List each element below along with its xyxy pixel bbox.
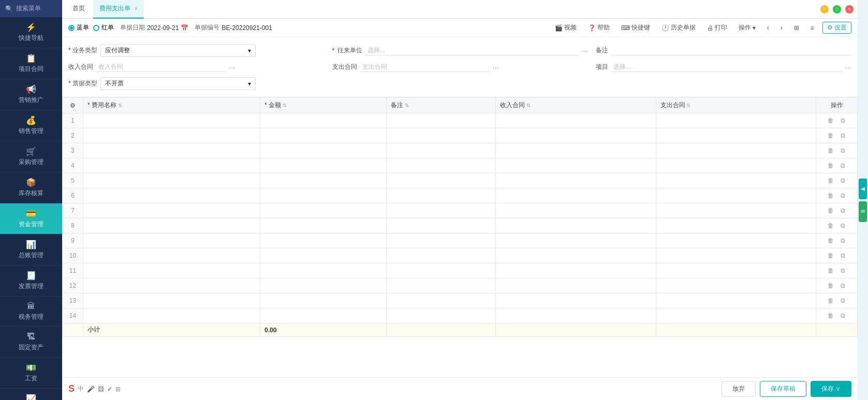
row-copy-btn[interactable]: ⧉: [838, 160, 848, 171]
grid-view-btn[interactable]: ⊞: [791, 23, 802, 33]
row-copy-btn[interactable]: ⧉: [838, 145, 848, 156]
cell-income-contract[interactable]: [496, 263, 656, 278]
remark-input[interactable]: [611, 46, 851, 55]
row-delete-btn[interactable]: 🗑: [826, 145, 836, 156]
sidebar-item-fixed-assets[interactable]: 🏗固定资产: [0, 327, 62, 358]
row-copy-btn[interactable]: ⧉: [838, 295, 848, 306]
cell-expense-contract[interactable]: [656, 158, 816, 173]
cell-amount[interactable]: [260, 188, 387, 203]
cell-expense-contract[interactable]: [656, 188, 816, 203]
cell-expense-name[interactable]: [83, 128, 260, 143]
cell-remark[interactable]: [387, 173, 496, 188]
row-delete-btn[interactable]: 🗑: [826, 130, 836, 141]
save-button[interactable]: 保存 ∨: [811, 381, 851, 397]
print-btn[interactable]: 🖨 打印: [704, 22, 730, 33]
cell-amount[interactable]: [260, 203, 387, 218]
cell-income-contract[interactable]: [496, 233, 656, 248]
income-contract-input[interactable]: [96, 62, 226, 72]
window-maximize-btn[interactable]: □: [833, 5, 841, 13]
cell-remark[interactable]: [387, 248, 496, 263]
biz-type-select[interactable]: 应付调整 ▾: [100, 44, 256, 57]
counterpart-input[interactable]: [365, 46, 578, 55]
sidebar-item-capital-mgmt[interactable]: 💳资金管理: [0, 203, 62, 234]
cell-remark[interactable]: [387, 218, 496, 233]
row-delete-btn[interactable]: 🗑: [826, 295, 836, 306]
cell-expense-name[interactable]: [83, 293, 260, 308]
cell-amount[interactable]: [260, 308, 387, 323]
sidebar-search[interactable]: 🔍 搜索菜单: [0, 0, 62, 17]
sidebar-item-project-contract[interactable]: 📋项目合同: [0, 48, 62, 79]
cell-income-contract[interactable]: [496, 203, 656, 218]
sidebar-item-sales-mgmt[interactable]: 💰销售管理: [0, 110, 62, 141]
cell-income-contract[interactable]: [496, 188, 656, 203]
cell-amount[interactable]: [260, 248, 387, 263]
history-btn[interactable]: 🕐 历史单据: [658, 22, 699, 33]
sidebar-item-business-mgmt[interactable]: 📈经营管理: [0, 389, 62, 400]
row-delete-btn[interactable]: 🗑: [826, 205, 836, 216]
cell-expense-contract[interactable]: [656, 263, 816, 278]
cell-expense-contract[interactable]: [656, 143, 816, 158]
cell-expense-name[interactable]: [83, 278, 260, 293]
cell-income-contract[interactable]: [496, 248, 656, 263]
col-gear[interactable]: ⚙: [63, 98, 83, 113]
cell-remark[interactable]: [387, 143, 496, 158]
cell-expense-name[interactable]: [83, 188, 260, 203]
row-copy-btn[interactable]: ⧉: [838, 190, 848, 201]
cell-income-contract[interactable]: [496, 173, 656, 188]
help-btn[interactable]: ❓ 帮助: [585, 22, 613, 33]
sidebar-item-marketing[interactable]: 📢营销推广: [0, 79, 62, 110]
cell-income-contract[interactable]: [496, 113, 656, 128]
cell-expense-contract[interactable]: [656, 248, 816, 263]
window-close-btn[interactable]: ×: [845, 5, 854, 13]
cell-income-contract[interactable]: [496, 128, 656, 143]
cell-expense-contract[interactable]: [656, 203, 816, 218]
cell-amount[interactable]: [260, 263, 387, 278]
cell-amount[interactable]: [260, 128, 387, 143]
save-draft-button[interactable]: 保存草稿: [760, 381, 806, 397]
list-view-btn[interactable]: ≡: [807, 23, 817, 33]
discard-button[interactable]: 放弃: [722, 381, 756, 397]
sidebar-item-salary[interactable]: 💵工资: [0, 358, 62, 389]
cell-remark[interactable]: [387, 203, 496, 218]
cell-income-contract[interactable]: [496, 158, 656, 173]
cell-expense-name[interactable]: [83, 218, 260, 233]
cell-expense-name[interactable]: [83, 203, 260, 218]
row-delete-btn[interactable]: 🗑: [826, 220, 836, 231]
nav-prev-btn[interactable]: ‹: [764, 23, 772, 33]
cell-income-contract[interactable]: [496, 218, 656, 233]
cell-expense-contract[interactable]: [656, 113, 816, 128]
col-remark[interactable]: 备注: [387, 98, 496, 113]
row-copy-btn[interactable]: ⧉: [838, 115, 848, 126]
cell-remark[interactable]: [387, 188, 496, 203]
row-delete-btn[interactable]: 🗑: [826, 265, 836, 276]
cell-remark[interactable]: [387, 293, 496, 308]
radio-blue[interactable]: 蓝单: [68, 23, 89, 32]
cell-expense-name[interactable]: [83, 248, 260, 263]
cell-expense-contract[interactable]: [656, 128, 816, 143]
cell-amount[interactable]: [260, 233, 387, 248]
sidebar-item-tax-mgmt[interactable]: 🏛税务管理: [0, 297, 62, 327]
shortcut-btn[interactable]: ⌨ 快捷键: [618, 22, 653, 33]
cell-expense-name[interactable]: [83, 263, 260, 278]
sidebar-item-purchase-mgmt[interactable]: 🛒采购管理: [0, 141, 62, 172]
invoice-type-select[interactable]: 不开票 ▾: [100, 77, 256, 90]
cell-income-contract[interactable]: [496, 293, 656, 308]
cell-expense-contract[interactable]: [656, 218, 816, 233]
col-income-contract[interactable]: 收入合同: [496, 98, 656, 113]
cell-amount[interactable]: [260, 218, 387, 233]
cell-expense-contract[interactable]: [656, 233, 816, 248]
cell-expense-contract[interactable]: [656, 278, 816, 293]
cell-amount[interactable]: [260, 278, 387, 293]
cell-expense-name[interactable]: [83, 113, 260, 128]
nav-next-btn[interactable]: ›: [777, 23, 786, 33]
cell-expense-name[interactable]: [83, 173, 260, 188]
cell-income-contract[interactable]: [496, 143, 656, 158]
cell-income-contract[interactable]: [496, 278, 656, 293]
row-delete-btn[interactable]: 🗑: [826, 280, 836, 291]
sidebar-item-ledger-mgmt[interactable]: 📊总账管理: [0, 234, 62, 265]
col-amount[interactable]: * 金额: [260, 98, 387, 113]
row-copy-btn[interactable]: ⧉: [838, 220, 848, 231]
cell-remark[interactable]: [387, 278, 496, 293]
row-copy-btn[interactable]: ⧉: [838, 205, 848, 216]
cell-expense-contract[interactable]: [656, 308, 816, 323]
